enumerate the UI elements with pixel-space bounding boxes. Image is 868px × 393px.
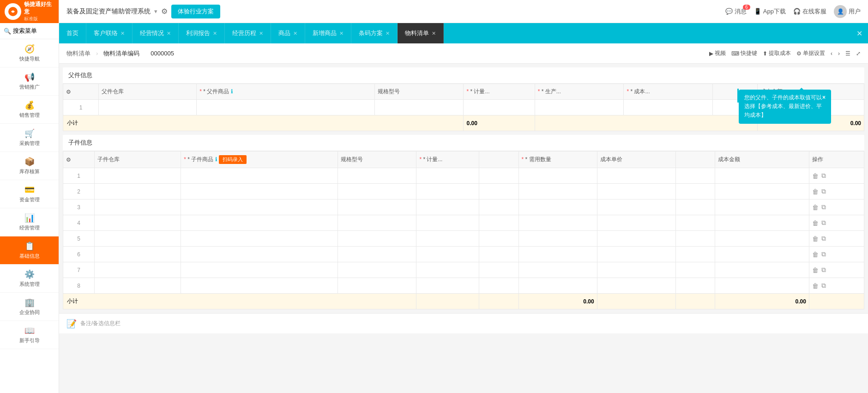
delete-row-5-button[interactable]: 🗑 xyxy=(812,235,819,242)
online-service-button[interactable]: 🎧 在线客服 xyxy=(793,7,826,16)
sidebar-item-operations[interactable]: 📊 经营管理 xyxy=(0,208,59,236)
parent-row-1-spec[interactable] xyxy=(374,100,464,115)
child-row-8-product[interactable] xyxy=(181,278,338,294)
tab-operations[interactable]: 经营情况 ✕ xyxy=(133,23,179,43)
child-row-3-warehouse[interactable] xyxy=(95,200,181,215)
child-row-3-product[interactable] xyxy=(181,200,338,215)
tab-bom[interactable]: 物料清单 ✕ xyxy=(398,23,444,43)
sidebar-item-purchase[interactable]: 🛒 采购管理 xyxy=(0,124,59,152)
copy-row-6-button[interactable]: ⧉ xyxy=(821,250,826,258)
parent-row-1-warehouse[interactable] xyxy=(99,100,197,115)
child-row-4-product[interactable] xyxy=(181,215,338,231)
delete-row-2-button[interactable]: 🗑 xyxy=(812,188,819,195)
delete-row-6-button[interactable]: 🗑 xyxy=(812,251,819,258)
expand-button[interactable]: ⤢ xyxy=(856,50,861,57)
tab-profit-close[interactable]: ✕ xyxy=(213,30,217,36)
tab-history[interactable]: 经营历程 ✕ xyxy=(225,23,271,43)
sidebar-item-sales[interactable]: 💰 销售管理 xyxy=(0,96,59,124)
copy-row-2-button[interactable]: ⧉ xyxy=(821,187,826,195)
tab-bom-close[interactable]: ✕ xyxy=(432,30,436,36)
copy-row-1-button[interactable]: ⧉ xyxy=(821,172,826,180)
child-row-4-warehouse[interactable] xyxy=(95,215,181,231)
delete-row-1-button[interactable]: 🗑 xyxy=(812,172,819,180)
list-view-button[interactable]: ☰ xyxy=(845,50,850,57)
child-row-7-warehouse[interactable] xyxy=(95,262,181,278)
copy-row-3-button[interactable]: ⧉ xyxy=(821,203,826,211)
child-row-5-warehouse[interactable] xyxy=(95,231,181,247)
tab-product-close[interactable]: ✕ xyxy=(293,30,297,36)
child-row-2-product[interactable] xyxy=(181,184,338,200)
child-row-8-unit[interactable] xyxy=(416,278,479,294)
delete-row-7-button[interactable]: 🗑 xyxy=(812,266,819,274)
tab-customer[interactable]: 客户联络 ✕ xyxy=(86,23,133,43)
child-row-2-warehouse[interactable] xyxy=(95,184,181,200)
copy-row-5-button[interactable]: ⧉ xyxy=(821,235,826,242)
video-button[interactable]: ▶ 视频 xyxy=(709,49,726,57)
child-row-7-unit-price[interactable] xyxy=(597,262,675,278)
child-row-4-qty[interactable] xyxy=(518,215,597,231)
parent-row-1-production[interactable] xyxy=(535,100,624,115)
child-row-3-unit-price[interactable] xyxy=(597,200,675,215)
single-settings-button[interactable]: ⚙ 单据设置 xyxy=(796,49,825,57)
sidebar-search[interactable]: 🔍 搜索菜单 xyxy=(0,23,59,39)
tab-home[interactable]: 首页 xyxy=(59,23,86,43)
child-row-1-spec[interactable] xyxy=(338,168,416,184)
parent-row-1-product[interactable] xyxy=(197,100,375,115)
copy-row-4-button[interactable]: ⧉ xyxy=(821,219,826,227)
child-row-4-unit[interactable] xyxy=(416,215,479,231)
system-dropdown-arrow[interactable]: ▾ xyxy=(154,8,157,15)
tab-operations-close[interactable]: ✕ xyxy=(167,30,171,36)
child-row-7-qty[interactable] xyxy=(518,262,597,278)
sidebar-item-inventory[interactable]: 📦 库存核算 xyxy=(0,152,59,180)
child-row-3-spec[interactable] xyxy=(338,200,416,215)
child-row-6-qty[interactable] xyxy=(518,247,597,262)
child-row-1-unit-price[interactable] xyxy=(597,168,675,184)
child-row-7-spec[interactable] xyxy=(338,262,416,278)
delete-row-3-button[interactable]: 🗑 xyxy=(812,204,819,211)
breadcrumb-home[interactable]: 物料清单 xyxy=(66,49,90,58)
extract-cost-button[interactable]: ⬆ 提取成本 xyxy=(763,49,791,57)
child-row-2-unit[interactable] xyxy=(416,184,479,200)
parent-col-settings[interactable]: ⚙ xyxy=(63,84,99,100)
tab-new-product-close[interactable]: ✕ xyxy=(339,30,344,36)
child-row-5-qty[interactable] xyxy=(518,231,597,247)
child-row-4-spec[interactable] xyxy=(338,215,416,231)
child-row-5-spec[interactable] xyxy=(338,231,416,247)
child-row-1-warehouse[interactable] xyxy=(95,168,181,184)
child-row-1-product[interactable] xyxy=(181,168,338,184)
sidebar-item-quick-nav[interactable]: 🧭 快捷导航 xyxy=(0,39,59,67)
child-row-6-unit-price[interactable] xyxy=(597,247,675,262)
child-row-6-product[interactable] xyxy=(181,247,338,262)
tab-barcode-close[interactable]: ✕ xyxy=(386,30,390,36)
tab-barcode[interactable]: 条码方案 ✕ xyxy=(351,23,398,43)
settings-button[interactable]: ⚙ xyxy=(161,7,168,16)
child-row-2-unit-price[interactable] xyxy=(597,184,675,200)
scan-input-button[interactable]: 扫码录入 xyxy=(219,155,247,164)
copy-row-8-button[interactable]: ⧉ xyxy=(821,282,826,290)
sidebar-item-basic-info[interactable]: 📋 基础信息 xyxy=(0,236,59,265)
tab-history-close[interactable]: ✕ xyxy=(259,30,263,36)
child-row-5-product[interactable] xyxy=(181,231,338,247)
next-record-button[interactable]: › xyxy=(838,50,840,57)
child-row-7-unit[interactable] xyxy=(416,262,479,278)
sidebar-item-marketing[interactable]: 📢 营销推广 xyxy=(0,67,59,96)
child-col-settings[interactable]: ⚙ xyxy=(63,151,95,168)
child-row-3-qty[interactable] xyxy=(518,200,597,215)
trial-button[interactable]: 体验行业方案 xyxy=(171,5,220,18)
child-row-2-spec[interactable] xyxy=(338,184,416,200)
delete-row-4-button[interactable]: 🗑 xyxy=(812,219,819,227)
parent-row-1-unit[interactable] xyxy=(464,100,535,115)
child-row-8-warehouse[interactable] xyxy=(95,278,181,294)
child-row-5-unit[interactable] xyxy=(416,231,479,247)
tab-new-product[interactable]: 新增商品 ✕ xyxy=(305,23,351,43)
child-row-8-qty[interactable] xyxy=(518,278,597,294)
delete-row-8-button[interactable]: 🗑 xyxy=(812,282,819,290)
sidebar-item-finance[interactable]: 💳 资金管理 xyxy=(0,180,59,208)
child-row-7-product[interactable] xyxy=(181,262,338,278)
child-row-5-unit-price[interactable] xyxy=(597,231,675,247)
shortcut-button[interactable]: ⌨ 快捷键 xyxy=(731,49,757,57)
message-button[interactable]: 💬 消息 6 xyxy=(725,7,747,16)
child-row-8-unit-price[interactable] xyxy=(597,278,675,294)
child-row-6-warehouse[interactable] xyxy=(95,247,181,262)
tab-customer-close[interactable]: ✕ xyxy=(121,30,125,36)
